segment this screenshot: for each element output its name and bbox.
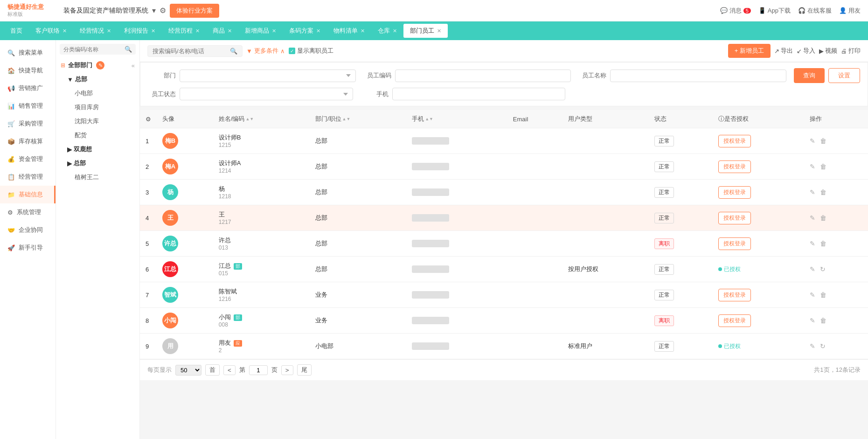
dept-item-project-warehouse[interactable]: 项目库房 xyxy=(65,100,139,114)
delete-icon[interactable]: 🗑 xyxy=(820,317,826,324)
query-button[interactable]: 查询 xyxy=(794,68,825,83)
delete-icon[interactable]: 🗑 xyxy=(820,137,826,145)
edit-icon[interactable]: ✎ xyxy=(810,317,815,324)
sidebar-item-collab[interactable]: 🤝 企业协同 xyxy=(0,221,56,239)
dept-item-distribution[interactable]: 配货 xyxy=(65,128,139,142)
sidebar-item-inventory[interactable]: 📦 库存核算 xyxy=(0,132,56,150)
online-service-btn[interactable]: 🎧 在线客服 xyxy=(798,7,832,15)
tab-close[interactable]: ✕ xyxy=(361,28,365,34)
edit-icon[interactable]: ✎ xyxy=(810,291,815,299)
filter-status-select[interactable] xyxy=(180,88,353,100)
show-resigned-toggle[interactable]: ✓ 显示离职员工 xyxy=(289,47,333,55)
tab-journey[interactable]: 经营历程 ✕ xyxy=(162,24,206,38)
export-button[interactable]: ↗ 导出 xyxy=(774,47,793,55)
edit-icon[interactable]: ✎ xyxy=(810,188,815,196)
sidebar-item-quicknav[interactable]: 🏠 快捷导航 xyxy=(0,62,56,79)
dept-section-shuanglu[interactable]: ▶ 双鹿想 xyxy=(62,142,139,156)
refresh-icon[interactable]: ↻ xyxy=(820,342,826,350)
delete-icon[interactable]: 🗑 xyxy=(820,163,826,170)
sidebar-item-purchase[interactable]: 🛒 采购管理 xyxy=(0,115,56,132)
filter-empname-input[interactable] xyxy=(610,70,786,82)
tab-close[interactable]: ✕ xyxy=(316,28,320,34)
collapse-panel-icon[interactable]: « xyxy=(132,62,135,69)
tab-home[interactable]: 首页 xyxy=(4,24,29,38)
col-phone[interactable]: 手机 ▲▼ xyxy=(406,110,507,128)
auth-login-button[interactable]: 授权登录 xyxy=(718,289,751,301)
dept-item-zhishu[interactable]: 植树王二 xyxy=(65,170,139,184)
filter-empcode-input[interactable] xyxy=(395,70,571,82)
col-dept[interactable]: 部门/职位 ▲▼ xyxy=(310,110,406,128)
sidebar-item-search[interactable]: 🔍 搜索菜单 xyxy=(0,44,56,62)
sidebar-item-operation[interactable]: 📋 经营管理 xyxy=(0,168,56,186)
tab-customer[interactable]: 客户联络 ✕ xyxy=(29,24,73,38)
auth-login-button[interactable]: 授权登录 xyxy=(718,212,751,224)
add-employee-button[interactable]: + 新增员工 xyxy=(728,44,771,58)
tab-operation[interactable]: 经营情况 ✕ xyxy=(73,24,118,38)
sidebar-item-basic[interactable]: 📁 基础信息 xyxy=(0,186,56,203)
edit-icon[interactable]: ✎ xyxy=(810,342,815,350)
refresh-icon[interactable]: ↻ xyxy=(820,265,826,273)
sidebar-item-guide[interactable]: 🚀 新手引导 xyxy=(0,239,56,257)
dept-item-small-electric[interactable]: 小电部 xyxy=(65,86,139,100)
sidebar-item-finance[interactable]: 💰 资金管理 xyxy=(0,150,56,168)
edit-icon[interactable]: ✎ xyxy=(810,265,815,273)
edit-icon[interactable]: ✎ xyxy=(810,163,815,170)
tab-bom[interactable]: 物料清单 ✕ xyxy=(327,24,371,38)
more-conditions-btn[interactable]: ▼ 更多条件 ∧ xyxy=(246,47,285,55)
filter-phone-input[interactable] xyxy=(392,88,566,100)
message-btn[interactable]: 💬 消息 5 xyxy=(720,7,751,15)
dropdown-icon[interactable]: ▾ xyxy=(152,6,156,15)
edit-icon[interactable]: ✎ xyxy=(810,240,815,247)
sidebar-item-marketing[interactable]: 📢 营销推广 xyxy=(0,79,56,97)
delete-icon[interactable]: 🗑 xyxy=(820,214,826,222)
tab-close[interactable]: ✕ xyxy=(107,28,111,34)
tab-profit[interactable]: 利润报告 ✕ xyxy=(118,24,162,38)
search-icon[interactable]: 🔍 xyxy=(230,48,237,55)
employee-search-input[interactable] xyxy=(153,48,227,55)
tab-barcode[interactable]: 条码方案 ✕ xyxy=(283,24,327,38)
tab-warehouse[interactable]: 仓库 ✕ xyxy=(371,24,403,38)
view-button[interactable]: ▶ 视频 xyxy=(819,47,837,55)
dept-section-hq[interactable]: ▶ 总部 xyxy=(62,156,139,170)
tab-close[interactable]: ✕ xyxy=(151,28,155,34)
tab-employees[interactable]: 部门员工 ✕ xyxy=(403,24,448,38)
import-button[interactable]: ↙ 导入 xyxy=(797,47,815,55)
settings-button[interactable]: 设置 xyxy=(828,68,860,83)
app-download-btn[interactable]: 📱 App下载 xyxy=(758,7,791,15)
dept-search-icon[interactable]: 🔍 xyxy=(125,46,132,53)
settings-gear-icon[interactable]: ⚙ xyxy=(160,6,166,15)
auth-login-button[interactable]: 授权登录 xyxy=(718,314,751,327)
all-dept-edit-icon[interactable]: ✎ xyxy=(96,61,104,70)
sidebar-item-sales[interactable]: 📊 销售管理 xyxy=(0,97,56,115)
user-btn[interactable]: 👤 用友 xyxy=(839,7,861,15)
delete-icon[interactable]: 🗑 xyxy=(820,291,826,299)
dept-search-input[interactable] xyxy=(63,46,123,53)
tab-close[interactable]: ✕ xyxy=(195,28,200,34)
all-dept-item[interactable]: ⊞ 全部部门 ✎ « xyxy=(56,58,139,72)
delete-icon[interactable]: 🗑 xyxy=(820,188,826,196)
col-settings[interactable]: ⚙ xyxy=(140,110,157,128)
delete-icon[interactable]: 🗑 xyxy=(820,240,826,247)
edit-icon[interactable]: ✎ xyxy=(810,137,815,145)
auth-login-button[interactable]: 授权登录 xyxy=(718,186,751,199)
auth-login-button[interactable]: 授权登录 xyxy=(718,135,751,147)
tab-close[interactable]: ✕ xyxy=(437,28,441,34)
auth-login-button[interactable]: 授权登录 xyxy=(718,237,751,250)
filter-dept-select[interactable] xyxy=(180,70,356,82)
col-name[interactable]: 姓名/编码 ▲▼ xyxy=(213,110,310,128)
prev-page-button[interactable]: < xyxy=(223,365,236,375)
auth-login-button[interactable]: 授权登录 xyxy=(718,160,751,173)
sidebar-item-system[interactable]: ⚙ 系统管理 xyxy=(0,203,56,221)
last-page-button[interactable]: 尾 xyxy=(297,364,312,376)
first-page-button[interactable]: 首 xyxy=(205,364,220,376)
next-page-button[interactable]: > xyxy=(281,365,293,375)
experience-button[interactable]: 体验行业方案 xyxy=(170,4,219,18)
dept-item-shenyang[interactable]: 沈阳大库 xyxy=(65,114,139,128)
per-page-select[interactable]: 50 100 200 xyxy=(175,365,201,376)
print-button[interactable]: 🖨 打印 xyxy=(841,47,861,55)
edit-icon[interactable]: ✎ xyxy=(810,214,815,222)
tab-close[interactable]: ✕ xyxy=(272,28,276,34)
tab-new-goods[interactable]: 新增商品 ✕ xyxy=(238,24,283,38)
tab-goods[interactable]: 商品 ✕ xyxy=(206,24,238,38)
dept-section-general[interactable]: ▼ 总部 xyxy=(62,72,139,86)
